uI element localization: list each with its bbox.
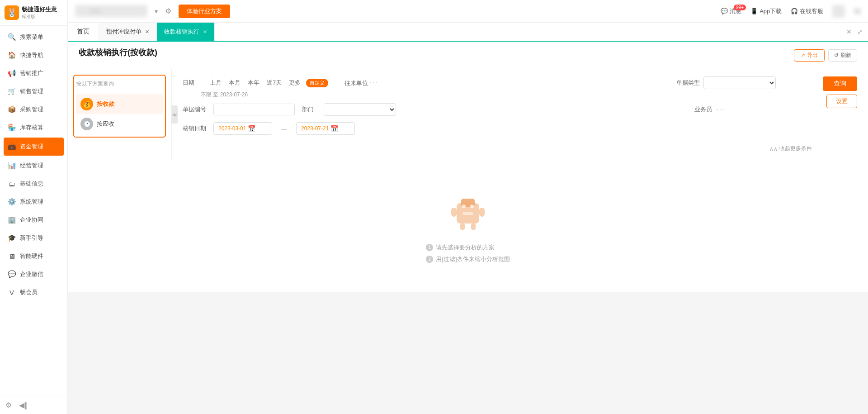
sidebar-item-purchase[interactable]: 📦 采购管理 — [0, 100, 67, 119]
username-text: Rit — [854, 8, 861, 14]
shortcut-7-days[interactable]: 近7天 — [265, 78, 283, 88]
tabbar: 首页 预付冲应付单 ✕ 收款核销执行 ✕ ✕ ⤢ — [68, 23, 868, 42]
sidebar-item-marketing[interactable]: 📢 营销推广 — [0, 64, 67, 82]
filter-panel-title: 按以下方案查询 — [76, 78, 163, 90]
date-label: 日期 — [183, 79, 201, 87]
purchase-icon: 📦 — [7, 105, 16, 114]
empty-state: 1 请先选择要分析的方案 2 用[过滤]条件来缩小分析范围 — [68, 160, 868, 292]
doc-type-select[interactable] — [703, 76, 776, 89]
industry-solution-button[interactable]: 体验行业方案 — [179, 5, 230, 18]
filter-option-by-receipt[interactable]: 💰 按收款 — [76, 94, 163, 114]
member-icon: V — [7, 288, 16, 297]
app-logo-icon: 🐰 — [5, 5, 19, 20]
svg-point-3 — [470, 205, 474, 208]
sidebar-item-finance[interactable]: 💼 资金管理 — [4, 138, 64, 156]
collapse-conditions-button[interactable]: ∧∧ 收起更多条件 — [769, 145, 812, 152]
salesperson-label: 业务员 — [694, 105, 712, 114]
page-title: 收款核销执行(按收款) — [79, 47, 157, 58]
salesperson-group: 业务员 ··· — [694, 105, 812, 114]
user-avatar[interactable] — [832, 5, 845, 18]
sidebar-item-search[interactable]: 🔍 搜索菜单 — [0, 28, 67, 46]
doc-num-label: 单据编号 — [183, 105, 206, 114]
sidebar-item-guide[interactable]: 🎓 新手引导 — [0, 229, 67, 247]
topbar-gear-icon[interactable]: ⚙ — [165, 7, 171, 15]
shortcut-last-month[interactable]: 上月 — [208, 78, 223, 88]
sidebar-item-inventory[interactable]: 🏪 库存核算 — [0, 119, 67, 137]
query-button[interactable]: 查询 — [823, 76, 857, 91]
collapse-sidebar-icon[interactable]: ◀‖ — [19, 401, 28, 409]
empty-svg-icon — [443, 190, 493, 230]
verify-date-end-calendar-icon[interactable]: 📅 — [330, 125, 338, 132]
wechat-icon: 💬 — [7, 270, 16, 279]
settings-bottom-icon[interactable]: ⚙ — [5, 401, 12, 409]
home-icon: 🏠 — [7, 51, 16, 60]
topbar: 🔍 搜索 ▾ ⚙ 体验行业方案 💬 消息 99+ 📱 App下载 🎧 在线客服 … — [68, 0, 868, 23]
sidebar-item-member[interactable]: V 畅会员 — [0, 283, 67, 301]
close-tab-icon[interactable]: ✕ — [846, 28, 852, 35]
enterprise-icon: 🏢 — [7, 215, 16, 224]
verify-date-label: 核销日期 — [183, 124, 206, 133]
date-shortcuts: 上月 本月 本年 近7天 更多 自定义 — [208, 78, 328, 88]
setting-button[interactable]: 设置 — [826, 95, 857, 108]
empty-illustration — [441, 187, 495, 233]
export-icon: ↗ — [801, 52, 805, 58]
receivable-option-icon: 🕐 — [80, 118, 93, 130]
tab-close-prepayment[interactable]: ✕ — [145, 29, 149, 35]
filter-option-by-receivable[interactable]: 🕐 按应收 — [76, 114, 163, 134]
filter-section: 按以下方案查询 💰 按收款 🕐 按应收 ≪ 日 — [68, 69, 868, 160]
refresh-button[interactable]: ↺ 刷新 — [828, 49, 857, 62]
sidebar-item-system[interactable]: ⚙️ 系统管理 — [0, 193, 67, 211]
doc-num-input[interactable] — [213, 104, 295, 115]
tab-home[interactable]: 首页 — [68, 23, 99, 41]
header-actions: ↗ 导出 ↺ 刷新 — [794, 49, 857, 62]
svg-rect-6 — [479, 208, 485, 217]
sidebar-item-sales[interactable]: 🛒 销售管理 — [0, 82, 67, 100]
sidebar-item-hardware[interactable]: 🖥 智能硬件 — [0, 247, 67, 265]
marketing-icon: 📢 — [7, 69, 16, 78]
sidebar-item-wechat[interactable]: 💬 企业微信 — [0, 265, 67, 283]
app-download-button[interactable]: 📱 App下载 — [750, 7, 782, 15]
topbar-right: 💬 消息 99+ 📱 App下载 🎧 在线客服 Rit — [721, 5, 861, 18]
search-icon: 🔍 — [7, 33, 16, 42]
refresh-icon: ↺ — [834, 52, 839, 58]
doc-type-label: 单据类型 — [676, 79, 700, 87]
query-btn-column: 查询 设置 — [823, 69, 868, 160]
export-button[interactable]: ↗ 导出 — [794, 49, 825, 62]
message-button[interactable]: 💬 消息 99+ — [721, 7, 741, 15]
headset-icon: 🎧 — [791, 8, 798, 14]
sidebar-item-quicknav[interactable]: 🏠 快捷导航 — [0, 46, 67, 64]
topbar-search-box[interactable]: 🔍 搜索 — [75, 5, 147, 17]
message-icon: 💬 — [721, 8, 728, 14]
app-brand-text: 畅捷通好生意 标准版 — [22, 5, 57, 20]
mobile-icon: 📱 — [750, 8, 758, 14]
sidebar-item-enterprise[interactable]: 🏢 企业协同 — [0, 211, 67, 229]
verify-date-start-calendar-icon[interactable]: 📅 — [248, 125, 255, 132]
more-conditions-row: ∧∧ 收起更多条件 — [183, 141, 812, 152]
expand-tab-icon[interactable]: ⤢ — [857, 28, 863, 35]
shortcut-this-month[interactable]: 本月 — [227, 78, 242, 88]
dept-group: 部门 — [302, 103, 687, 116]
tab-verification[interactable]: 收款核销执行 ✕ — [157, 23, 215, 41]
svg-rect-4 — [462, 212, 473, 215]
counterparty-group: 往来单位 ··· — [344, 79, 669, 87]
shortcut-custom-tag[interactable]: 自定义 — [306, 79, 328, 87]
verify-date-start-input[interactable]: 2023-03-01 📅 — [213, 122, 272, 135]
sidebar-item-operations[interactable]: 📊 经营管理 — [0, 157, 67, 175]
shortcut-this-year[interactable]: 本年 — [246, 78, 261, 88]
tab-prepayment[interactable]: 预付冲应付单 ✕ — [99, 23, 157, 41]
counterparty-label: 往来单位 — [344, 80, 368, 86]
shortcut-more[interactable]: 更多 — [287, 78, 302, 88]
verify-date-end-input[interactable]: 2023-07-21 📅 — [296, 122, 355, 135]
sidebar-logo: 🐰 畅捷通好生意 标准版 — [0, 0, 67, 26]
page-content: 收款核销执行(按收款) ↗ 导出 ↺ 刷新 按以下方案查询 💰 — [68, 42, 868, 414]
counterparty-more-button[interactable]: ··· — [370, 79, 378, 86]
tab-close-verification[interactable]: ✕ — [203, 29, 207, 35]
system-icon: ⚙️ — [7, 197, 16, 206]
online-service-button[interactable]: 🎧 在线客服 — [791, 7, 823, 15]
topbar-dropdown-icon[interactable]: ▾ — [155, 8, 158, 15]
dept-select[interactable] — [324, 103, 396, 116]
sidebar-item-basic[interactable]: 🗂 基础信息 — [0, 175, 67, 193]
salesperson-more-button[interactable]: ··· — [716, 105, 725, 114]
collapse-filter-panel-button[interactable]: ≪ — [171, 105, 178, 124]
basic-icon: 🗂 — [7, 179, 16, 188]
